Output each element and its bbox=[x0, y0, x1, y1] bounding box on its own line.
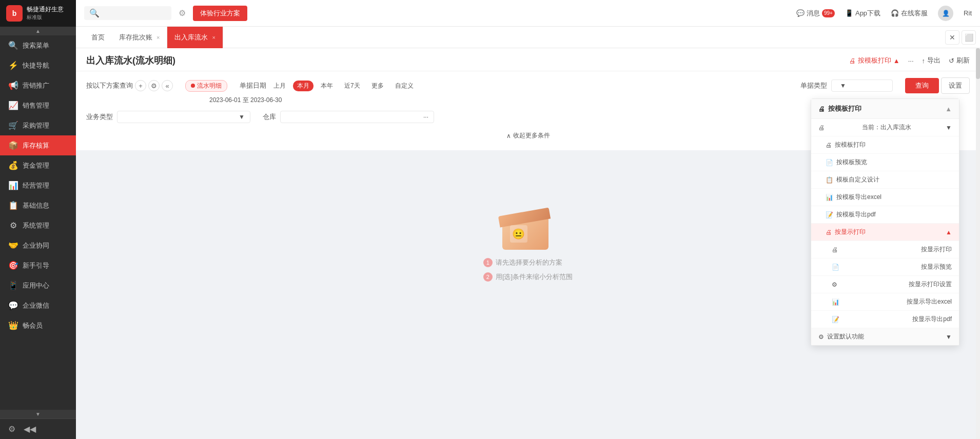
page-area: 出入库流水(流水明细) 🖨 按模板打印 ▲ ··· ↑ 导出 ↺ 刷新 bbox=[76, 48, 980, 439]
sidebar-scroll-up[interactable]: ▲ bbox=[0, 27, 76, 35]
scrollbar-thumb[interactable] bbox=[976, 48, 980, 79]
sidebar-item-label: 应用中心 bbox=[23, 281, 49, 290]
display-excel-icon: 📊 bbox=[832, 298, 839, 306]
template-print-btn[interactable]: 🖨 按模板打印 ▲ bbox=[849, 56, 900, 65]
template-pdf-icon: 📝 bbox=[826, 211, 833, 218]
tab-inventory-batch[interactable]: 库存批次账 × bbox=[112, 27, 167, 48]
operations-icon: 📊 bbox=[8, 181, 18, 190]
sidebar-item-vip[interactable]: 👑 畅会员 bbox=[0, 315, 76, 335]
page-actions: 🖨 按模板打印 ▲ ··· ↑ 导出 ↺ 刷新 bbox=[849, 56, 970, 65]
dropdown-current[interactable]: 🖨 当前：出入库流水 ▼ bbox=[811, 119, 959, 136]
dropdown-footer[interactable]: ⚙ 设置默认功能 ▼ bbox=[811, 328, 959, 345]
date-range-value: 2023-06-01 至 2023-06-30 bbox=[209, 96, 282, 104]
dropdown-item-template-excel[interactable]: 📊 按模板导出excel bbox=[811, 189, 959, 206]
display-print-chevron-icon: ▲ bbox=[946, 229, 952, 236]
sidebar-item-label: 企业协同 bbox=[23, 241, 49, 250]
page-scrollbar[interactable] bbox=[976, 48, 980, 439]
maximize-tab-btn[interactable]: ⬜ bbox=[962, 30, 976, 45]
dropdown-item-display-pdf[interactable]: 📝 按显示导出pdf bbox=[811, 311, 959, 328]
sidebar-item-sales[interactable]: 📈 销售管理 bbox=[0, 95, 76, 115]
guide-icon: 🎯 bbox=[8, 261, 18, 270]
app-download-icon: 📱 bbox=[845, 9, 853, 17]
dropdown-item-template-design[interactable]: 📋 模板自定义设计 bbox=[811, 171, 959, 189]
message-label: 消息 bbox=[807, 9, 820, 18]
date-btn-custom[interactable]: 自定义 bbox=[391, 81, 418, 91]
sidebar-item-label: 库存核算 bbox=[23, 141, 49, 150]
dropdown-item-template-pdf[interactable]: 📝 按模板导出pdf bbox=[811, 206, 959, 224]
sidebar-item-collab[interactable]: 🤝 企业协同 bbox=[0, 235, 76, 255]
template-pdf-label: 按模板导出pdf bbox=[836, 210, 876, 219]
settings-icon[interactable]: ⚙ bbox=[179, 8, 186, 18]
sidebar-item-shortcut[interactable]: ⚡ 快捷导航 bbox=[0, 55, 76, 75]
sidebar-item-marketing[interactable]: 📢 营销推广 bbox=[0, 75, 76, 95]
date-btn-7days[interactable]: 近7天 bbox=[340, 81, 364, 91]
filter-set-btn[interactable]: ⚙ bbox=[148, 80, 160, 91]
dropdown-item-template-print[interactable]: 🖨 按模板打印 bbox=[811, 136, 959, 154]
tab-stock-flow-close[interactable]: × bbox=[212, 34, 215, 41]
sidebar-item-purchase[interactable]: 🛒 采购管理 bbox=[0, 115, 76, 135]
display-pdf-label: 按显示导出pdf bbox=[912, 315, 952, 324]
biz-type-label: 业务类型 bbox=[86, 112, 113, 122]
page-header: 出入库流水(流水明细) 🖨 按模板打印 ▲ ··· ↑ 导出 ↺ 刷新 bbox=[76, 48, 980, 71]
sidebar-item-guide[interactable]: 🎯 新手引导 bbox=[0, 255, 76, 275]
dropdown-collapse-btn[interactable]: ▲ bbox=[945, 105, 952, 113]
template-print-label: 按模板打印 bbox=[858, 56, 891, 65]
logo-icon: b bbox=[6, 5, 23, 22]
sidebar-item-system[interactable]: ⚙ 系统管理 bbox=[0, 215, 76, 235]
filter-add-btn[interactable]: + bbox=[135, 80, 146, 91]
sidebar-item-apps[interactable]: 📱 应用中心 bbox=[0, 275, 76, 295]
topbar-right: 💬 消息 99+ 📱 App下载 🎧 在线客服 👤 Rit bbox=[796, 6, 972, 21]
shortcut-icon: ⚡ bbox=[8, 61, 18, 70]
settings-default-icon: ⚙ bbox=[818, 333, 824, 341]
filter-tag[interactable]: 流水明细 bbox=[185, 80, 227, 92]
sidebar-item-label: 搜索菜单 bbox=[23, 41, 49, 50]
message-btn[interactable]: 💬 消息 99+ bbox=[796, 9, 835, 18]
refresh-btn[interactable]: ↺ 刷新 bbox=[949, 56, 970, 65]
sidebar-item-basic[interactable]: 📋 基础信息 bbox=[0, 195, 76, 215]
footer-chevron-icon: ▼ bbox=[946, 333, 952, 341]
template-print-dropdown: 🖨 按模板打印 ▲ 🖨 当前：出入库流水 ▼ 🖨 按模板打印 bbox=[811, 98, 959, 346]
display-excel-label: 按显示导出excel bbox=[907, 297, 952, 306]
sidebar-item-finance[interactable]: 💰 资金管理 bbox=[0, 155, 76, 175]
sidebar-item-inventory[interactable]: 📦 库存核算 bbox=[0, 135, 76, 155]
sales-icon: 📈 bbox=[8, 101, 18, 110]
sidebar-item-label: 采购管理 bbox=[23, 121, 49, 130]
voucher-type-select[interactable]: ▼ bbox=[831, 79, 893, 92]
biz-type-input[interactable]: ▼ bbox=[117, 111, 250, 123]
sidebar-item-wechat[interactable]: 💬 企业微信 bbox=[0, 295, 76, 315]
tab-inventory-batch-close[interactable]: × bbox=[156, 34, 160, 41]
tab-stock-flow[interactable]: 出入库流水 × bbox=[167, 27, 223, 48]
sidebar-item-search[interactable]: 🔍 搜索菜单 bbox=[0, 35, 76, 55]
dropdown-item-display-preview[interactable]: 📄 按显示预览 bbox=[811, 258, 959, 276]
display-preview-icon: 📄 bbox=[832, 264, 839, 271]
dropdown-item-display-excel[interactable]: 📊 按显示导出excel bbox=[811, 293, 959, 311]
sidebar-scroll-down[interactable]: ▼ bbox=[0, 410, 76, 418]
dropdown-item-display-settings[interactable]: ⚙ 按显示打印设置 bbox=[811, 276, 959, 293]
purchase-icon: 🛒 bbox=[8, 121, 18, 130]
tab-home[interactable]: 首页 bbox=[84, 33, 112, 42]
filter-collapse-btn[interactable]: « bbox=[162, 80, 173, 91]
search-box[interactable]: 🔍 bbox=[84, 6, 171, 20]
date-btn-last-month[interactable]: 上月 bbox=[269, 81, 290, 91]
dropdown-item-template-preview[interactable]: 📄 按模板预览 bbox=[811, 154, 959, 171]
settings-btn[interactable]: 设置 bbox=[941, 77, 970, 94]
date-btn-this-month[interactable]: 本月 bbox=[293, 81, 313, 91]
ellipsis-btn[interactable]: ··· bbox=[908, 57, 914, 65]
close-tab-btn[interactable]: ✕ bbox=[945, 30, 959, 45]
collapse-sidebar-icon[interactable]: ◀◀ bbox=[24, 424, 36, 434]
app-download-btn[interactable]: 📱 App下载 bbox=[845, 9, 880, 18]
export-btn[interactable]: ↑ 导出 bbox=[922, 56, 941, 65]
date-btn-this-year[interactable]: 本年 bbox=[317, 81, 337, 91]
sidebar-item-operations[interactable]: 📊 经营管理 bbox=[0, 175, 76, 195]
date-btn-more[interactable]: 更多 bbox=[367, 81, 388, 91]
settings-bottom-icon[interactable]: ⚙ bbox=[8, 424, 15, 434]
search-icon: 🔍 bbox=[89, 8, 100, 18]
dropdown-display-print-header[interactable]: 🖨 按显示打印 ▲ bbox=[811, 224, 959, 241]
search-input[interactable] bbox=[103, 10, 164, 17]
avatar[interactable]: 👤 bbox=[938, 6, 953, 21]
industry-btn[interactable]: 体验行业方案 bbox=[193, 6, 247, 21]
online-service-btn[interactable]: 🎧 在线客服 bbox=[891, 9, 928, 18]
dropdown-item-display-print[interactable]: 🖨 按显示打印 bbox=[811, 241, 959, 258]
warehouse-input[interactable]: ··· bbox=[280, 111, 434, 123]
query-btn[interactable]: 查询 bbox=[905, 78, 939, 93]
